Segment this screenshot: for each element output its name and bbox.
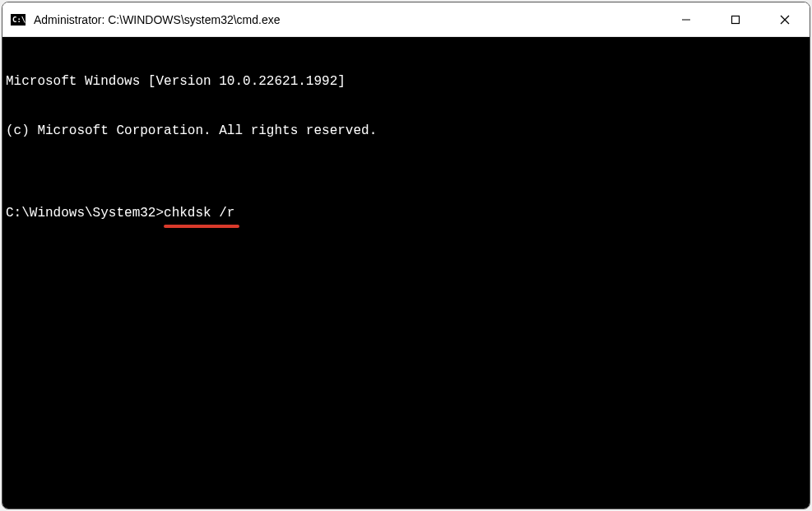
close-icon — [779, 14, 791, 26]
command-prompt-window: C:\ Administrator: C:\WINDOWS\system32\c… — [2, 2, 810, 509]
command-text: chkdsk /r — [164, 206, 234, 221]
terminal-output-line: (c) Microsoft Corporation. All rights re… — [6, 123, 806, 139]
window-controls — [661, 2, 810, 36]
terminal-command: chkdsk /r — [164, 205, 234, 221]
annotation-underline — [164, 225, 239, 228]
svg-text:C:\: C:\ — [12, 16, 26, 24]
terminal-prompt-line: C:\Windows\System32>chkdsk /r — [6, 205, 806, 221]
svg-rect-3 — [732, 16, 740, 23]
close-button[interactable] — [760, 2, 810, 36]
titlebar[interactable]: C:\ Administrator: C:\WINDOWS\system32\c… — [2, 2, 810, 37]
terminal-area[interactable]: Microsoft Windows [Version 10.0.22621.19… — [2, 37, 810, 509]
cmd-icon: C:\ — [11, 12, 26, 27]
maximize-button[interactable] — [711, 2, 760, 36]
maximize-icon — [731, 15, 740, 25]
minimize-icon — [681, 15, 691, 25]
minimize-button[interactable] — [661, 2, 711, 36]
terminal-output-line: Microsoft Windows [Version 10.0.22621.19… — [6, 73, 806, 90]
terminal-prompt: C:\Windows\System32> — [6, 206, 164, 221]
window-title: Administrator: C:\WINDOWS\system32\cmd.e… — [34, 13, 661, 26]
